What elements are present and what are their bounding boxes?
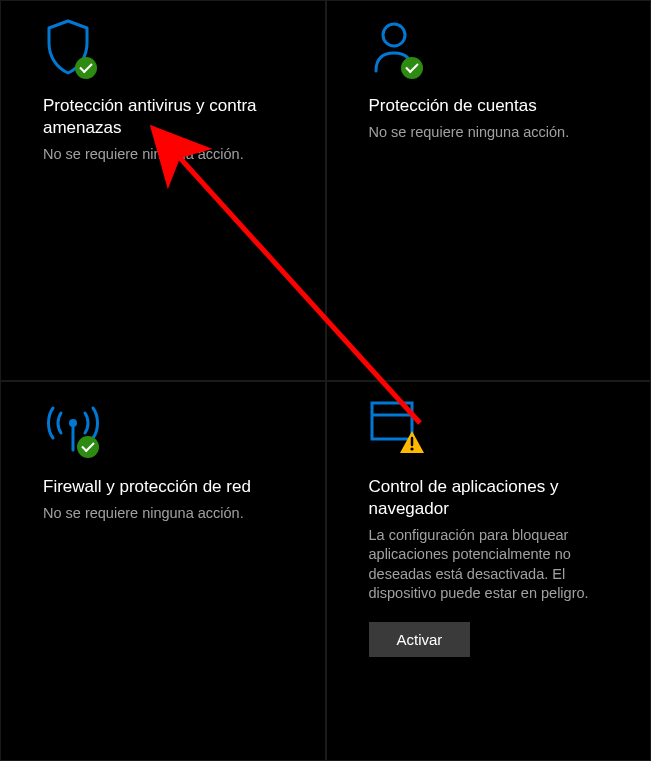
activate-button[interactable]: Activar <box>369 622 471 657</box>
tile-title: Control de aplicaciones y navegador <box>369 476 629 520</box>
antenna-icon <box>43 400 303 460</box>
security-tiles-grid: Protección antivirus y contra amenazas N… <box>0 0 651 761</box>
tile-desc: No se requiere ninguna acción. <box>43 504 303 524</box>
tile-firewall[interactable]: Firewall y protección de red No se requi… <box>0 381 326 762</box>
status-ok-badge <box>75 57 97 79</box>
tile-desc: No se requiere ninguna acción. <box>369 123 629 143</box>
tile-desc: No se requiere ninguna acción. <box>43 145 303 165</box>
svg-point-0 <box>383 24 405 46</box>
tile-title: Protección de cuentas <box>369 95 629 117</box>
tile-app-browser[interactable]: Control de aplicaciones y navegador La c… <box>326 381 652 762</box>
tile-title: Protección antivirus y contra amenazas <box>43 95 303 139</box>
tile-desc: La configuración para bloquear aplicacio… <box>369 526 629 604</box>
svg-point-6 <box>410 447 413 450</box>
status-warn-badge <box>399 430 425 454</box>
tile-title: Firewall y protección de red <box>43 476 303 498</box>
status-ok-badge <box>77 436 99 458</box>
tile-account[interactable]: Protección de cuentas No se requiere nin… <box>326 0 652 381</box>
tile-antivirus[interactable]: Protección antivirus y contra amenazas N… <box>0 0 326 381</box>
status-ok-badge <box>401 57 423 79</box>
browser-window-icon <box>369 400 629 460</box>
person-icon <box>369 19 629 79</box>
shield-icon <box>43 19 303 79</box>
